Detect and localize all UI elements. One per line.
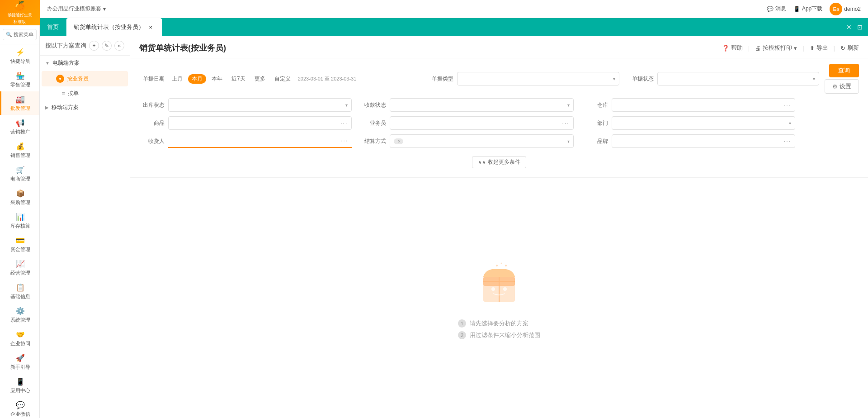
custom-tab[interactable]: 自定义: [271, 74, 294, 84]
receipt-status-field: 收款状态 ▾: [361, 98, 573, 112]
close-tab-button[interactable]: ✕: [844, 22, 854, 33]
export-button[interactable]: ⬆ 导出: [810, 44, 828, 52]
sidebar-item-newbie[interactable]: 🚀 新手引导: [0, 350, 39, 374]
sidebar-item-finance[interactable]: 💳 资金管理: [0, 233, 39, 256]
settlement-clear-button[interactable]: ×: [398, 139, 401, 144]
user-profile[interactable]: Ea demo2: [830, 3, 861, 15]
out-status-input[interactable]: ▾: [168, 98, 352, 112]
brand-input[interactable]: ···: [612, 134, 795, 148]
dept-field: 部门 ▾: [583, 116, 795, 130]
prev-month-tab[interactable]: 上月: [168, 74, 186, 84]
collapse-panel-button[interactable]: «: [114, 41, 124, 51]
sidebar-item-purchase[interactable]: 📦 采购管理: [0, 185, 39, 209]
receiver-input[interactable]: ···: [168, 134, 352, 148]
empty-tips: 1 请先选择要分析的方案 2 用过滤条件来缩小分析范围: [458, 319, 540, 339]
schema-item-by-staff[interactable]: ● 按业务员: [42, 71, 128, 86]
receipt-status-dropdown-icon: ▾: [567, 103, 570, 108]
query-button[interactable]: 查询: [829, 64, 859, 77]
sidebar-item-wholesale[interactable]: 🏭 批发管理: [0, 91, 39, 115]
dropdown-arrow-icon: ▾: [103, 6, 106, 12]
sidebar-item-basic[interactable]: 📋 基础信息: [0, 280, 39, 303]
maximize-button[interactable]: ⊡: [855, 22, 864, 33]
search-icon: 🔍: [6, 32, 12, 38]
empty-state: 1 请先选择要分析的方案 2 用过滤条件来缩小分析范围: [130, 178, 868, 418]
staff-input[interactable]: ···: [390, 116, 573, 130]
receiver-field: 收货人 ···: [139, 134, 352, 148]
current-month-tab[interactable]: 本月: [188, 74, 206, 84]
schema-active-icon: ●: [56, 75, 64, 83]
sidebar-item-wechat[interactable]: 💬 企业微信: [0, 397, 39, 418]
current-year-tab[interactable]: 本年: [208, 74, 226, 84]
sidebar-item-operation[interactable]: 📈 经营管理: [0, 256, 39, 280]
warehouse-input[interactable]: ···: [612, 98, 795, 112]
dept-label: 部门: [583, 119, 612, 127]
page-title: 销货单统计表(按业务员): [139, 43, 226, 53]
sidebar-item-marketing[interactable]: 📢 营销推广: [0, 115, 39, 138]
app-logo: 🍊 畅捷通好生意 标准版: [0, 0, 40, 25]
messages-button[interactable]: 💬 消息: [767, 5, 786, 13]
svg-point-8: [505, 265, 507, 266]
desktop-schema-header[interactable]: ▼ 电脑端方案: [40, 56, 130, 71]
tab-close-button[interactable]: ✕: [147, 24, 154, 31]
mobile-schema-header[interactable]: ▶ 移动端方案: [40, 100, 130, 115]
sidebar-item-shortcut[interactable]: ⚡ 快捷导航: [0, 44, 39, 68]
refresh-icon: ↻: [840, 45, 845, 52]
add-schema-button[interactable]: +: [89, 41, 99, 51]
wechat-icon: 💬: [16, 401, 25, 409]
query-row-2: 出库状态 ▾ 收款状态 ▾ 仓库: [139, 98, 859, 112]
wholesale-icon: 🏭: [16, 95, 25, 104]
query-row-3: 商品 ··· 业务员 ··· 部门: [139, 116, 859, 130]
page-actions: ❓ 帮助 | 🖨 按模板打印 ▾ | ⬆ 导出 |: [722, 44, 859, 52]
last7-tab[interactable]: 近7天: [228, 74, 249, 84]
sidebar-item-sales[interactable]: 💰 销售管理: [0, 138, 39, 162]
sidebar-item-inventory[interactable]: 📊 库存核算: [0, 209, 39, 233]
date-tabs: 上月 本月 本年 近7天 更多 自定义: [168, 74, 294, 84]
collapse-conditions-button[interactable]: ∧∧ 收起更多条件: [472, 156, 526, 168]
sidebar-item-app-center[interactable]: 📱 应用中心: [0, 374, 39, 397]
tabbar-actions: ✕ ⊡: [841, 18, 868, 36]
staff-label: 业务员: [361, 119, 390, 127]
empty-tip-2: 2 用过滤条件来缩小分析范围: [458, 331, 540, 339]
warehouse-field: 仓库 ···: [583, 98, 795, 112]
download-icon: 📱: [793, 6, 800, 12]
more-tab[interactable]: 更多: [251, 74, 269, 84]
help-button[interactable]: ❓ 帮助: [722, 44, 743, 52]
right-buttons: 查询 ⚙ 设置: [819, 64, 859, 94]
search-menu-button[interactable]: 🔍 搜索菜单: [3, 29, 37, 40]
tip-2-number: 2: [458, 331, 466, 339]
edit-schema-button[interactable]: ✎: [102, 41, 112, 51]
svg-point-7: [501, 263, 502, 264]
settlement-input[interactable]: × ▾: [390, 134, 573, 148]
svg-point-4: [491, 287, 495, 291]
account-selector[interactable]: 办公用品行业模拟账套 ▾: [47, 5, 106, 13]
doc-type-input[interactable]: ▾: [457, 72, 619, 86]
sub-item-by-order[interactable]: ≡ 按单: [40, 87, 130, 100]
tab-sales-stats[interactable]: 销货单统计表（按业务员） ✕: [66, 18, 162, 36]
tip-1-number: 1: [458, 319, 466, 328]
dept-input[interactable]: ▾: [612, 116, 795, 130]
panel-header-actions: + ✎ «: [89, 41, 124, 51]
print-dropdown-icon: ▾: [794, 45, 797, 52]
empty-tip-1: 1 请先选择要分析的方案: [458, 319, 540, 328]
staff-field: 业务员 ···: [361, 116, 573, 130]
sales-icon: 💰: [16, 142, 25, 151]
settings-button[interactable]: ⚙ 设置: [825, 79, 859, 94]
query-form: 单据日期 上月 本月 本年 近7天 更多 自定义 2023-03-01 至 20…: [130, 58, 868, 178]
template-print-button[interactable]: 🖨 按模板打印 ▾: [755, 44, 797, 52]
sidebar-item-corp[interactable]: 🤝 企业协同: [0, 327, 39, 350]
sidebar-item-retail[interactable]: 🏪 零售管理: [0, 68, 39, 91]
goods-input[interactable]: ···: [168, 116, 352, 130]
logo-sub: 标准版: [14, 19, 26, 25]
empty-illustration: [472, 256, 526, 312]
doc-status-field: 单据状态 ▾: [628, 72, 819, 86]
receipt-status-input[interactable]: ▾: [390, 98, 573, 112]
sidebar-item-system[interactable]: ⚙️ 系统管理: [0, 303, 39, 327]
logo-icon: 🍊: [14, 0, 25, 11]
tab-home[interactable]: 首页: [40, 18, 66, 36]
ecommerce-icon: 🛒: [16, 166, 25, 174]
refresh-button[interactable]: ↻ 刷新: [840, 44, 859, 52]
app-download-button[interactable]: 📱 App下载: [793, 5, 822, 13]
doc-status-input[interactable]: ▾: [657, 72, 819, 86]
export-icon: ⬆: [810, 45, 815, 52]
sidebar-item-ecommerce[interactable]: 🛒 电商管理: [0, 162, 39, 185]
